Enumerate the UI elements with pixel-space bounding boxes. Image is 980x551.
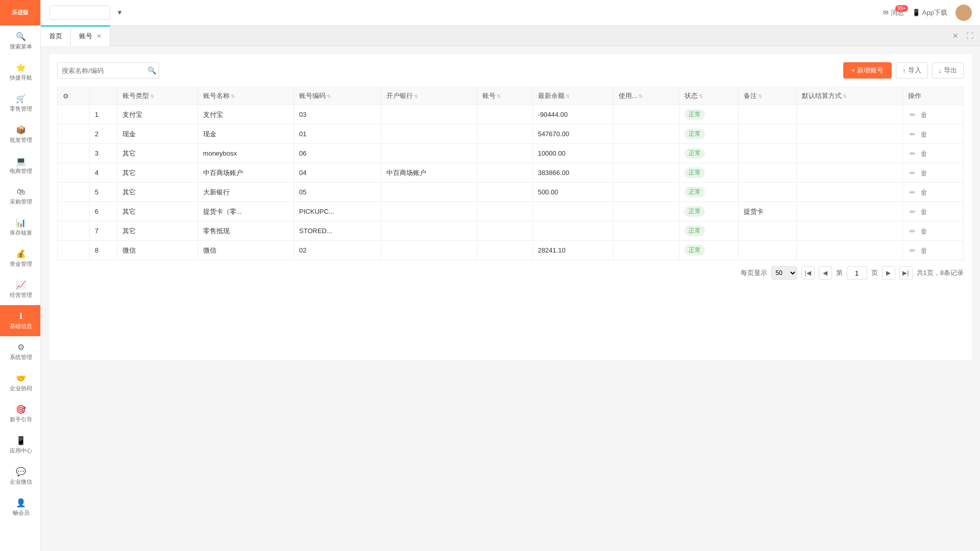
sidebar-item-search-menu[interactable]: 🔍搜索菜单 (0, 26, 40, 57)
app-download-label: App下载 (922, 8, 947, 17)
edit-icon-1[interactable]: ✏ (910, 130, 916, 138)
app-download-button[interactable]: 📱 App下载 (912, 8, 947, 17)
message-button[interactable]: ✉ 消息 99+ (883, 8, 904, 17)
edit-icon-3[interactable]: ✏ (910, 169, 916, 177)
sidebar-icon-fund-mgmt: 💰 (16, 249, 26, 259)
sidebar-item-newbie-guide[interactable]: 🎯新手引导 (0, 398, 40, 430)
row-type-2: 其它 (117, 144, 198, 163)
sidebar-label-corp-wechat: 企业微信 (10, 478, 32, 486)
delete-icon-3[interactable]: 🗑 (920, 169, 927, 177)
sidebar-label-purchase-mgmt: 采购管理 (10, 198, 32, 206)
sidebar-icon-sys-mgmt: ⚙ (17, 342, 24, 352)
delete-icon-0[interactable]: 🗑 (920, 111, 927, 119)
message-icon: ✉ (883, 9, 889, 16)
sidebar-item-member[interactable]: 👤畅会员 (0, 492, 40, 523)
tab-account-close[interactable]: ✕ (96, 33, 102, 40)
sidebar-item-fund-mgmt[interactable]: 💰资金管理 (0, 243, 40, 274)
delete-icon-6[interactable]: 🗑 (920, 227, 927, 235)
row-balance-7: 28241.10 (532, 241, 613, 260)
sort-settle-icon: ⇅ (843, 93, 847, 99)
row-num-1: 2 (89, 124, 117, 144)
sidebar-icon-corp-agreement: 🤝 (16, 373, 26, 383)
row-account-2 (477, 144, 533, 163)
sidebar-item-ecom-mgmt[interactable]: 💻电商管理 (0, 150, 40, 181)
row-code-1: 01 (294, 124, 381, 144)
delete-icon-2[interactable]: 🗑 (920, 149, 927, 158)
avatar[interactable] (955, 5, 972, 21)
top-search-input[interactable] (49, 6, 110, 20)
row-usage-6 (613, 221, 679, 241)
delete-icon-5[interactable]: 🗑 (920, 208, 927, 216)
sidebar-item-basic-info[interactable]: ℹ基础信息 (0, 305, 40, 336)
delete-icon-7[interactable]: 🗑 (920, 246, 927, 255)
tab-close-all-button[interactable]: ✕ (949, 30, 962, 42)
phone-icon: 📱 (912, 9, 920, 16)
delete-icon-1[interactable]: 🗑 (920, 130, 927, 138)
sidebar-label-search-menu: 搜索菜单 (10, 43, 32, 51)
th-status[interactable]: 状态⇅ (679, 87, 738, 105)
table-row: 8 微信 微信 02 28241.10 正常 ✏ 🗑 (58, 241, 964, 260)
sidebar-item-inventory-calc[interactable]: 📊库存核算 (0, 212, 40, 243)
row-type-0: 支付宝 (117, 105, 198, 124)
row-status-5: 正常 (679, 202, 738, 221)
sidebar-item-quick-nav[interactable]: ⭐快捷导航 (0, 57, 40, 88)
sort-balance-icon: ⇅ (566, 93, 570, 99)
add-account-button[interactable]: + 新增账号 (843, 62, 892, 79)
th-name[interactable]: 账号名称⇅ (198, 87, 293, 105)
next-page-button[interactable]: ▶ (882, 266, 895, 280)
prev-page-button[interactable]: ◀ (819, 266, 832, 280)
search-input[interactable] (62, 67, 148, 74)
export-button[interactable]: ↓ 导出 (932, 62, 964, 79)
first-page-button[interactable]: |◀ (801, 266, 815, 280)
sidebar-item-app-center[interactable]: 📱应用中心 (0, 430, 40, 461)
sidebar-item-retail-mgmt[interactable]: 🛒零售管理 (0, 88, 40, 119)
row-code-0: 03 (294, 105, 381, 124)
sidebar-item-purchase-mgmt[interactable]: 🛍采购管理 (0, 181, 40, 212)
delete-icon-4[interactable]: 🗑 (920, 188, 927, 196)
th-usage[interactable]: 使用...⇅ (613, 87, 679, 105)
edit-icon-6[interactable]: ✏ (910, 227, 916, 235)
row-default-settle-5 (797, 202, 903, 221)
th-code[interactable]: 账号编码⇅ (294, 87, 381, 105)
th-account[interactable]: 账号⇅ (477, 87, 533, 105)
th-remark[interactable]: 备注⇅ (738, 87, 796, 105)
th-default-settle[interactable]: 默认结算方式⇅ (797, 87, 903, 105)
row-settings-0 (58, 105, 90, 124)
edit-icon-7[interactable]: ✏ (910, 246, 916, 255)
row-default-settle-2 (797, 144, 903, 163)
tab-home[interactable]: 首页 (41, 26, 71, 46)
page-size-select[interactable]: 50 20 100 (771, 266, 797, 280)
th-type[interactable]: 账号类型⇅ (117, 87, 198, 105)
last-page-button[interactable]: ▶| (899, 266, 913, 280)
edit-icon-0[interactable]: ✏ (910, 111, 916, 119)
sidebar-item-corp-agreement[interactable]: 🤝企业协同 (0, 367, 40, 398)
row-usage-3 (613, 163, 679, 183)
sort-name-icon: ⇅ (231, 93, 235, 99)
th-settings[interactable]: ⚙ (58, 87, 90, 105)
row-type-4: 其它 (117, 183, 198, 202)
row-code-6: STORED... (294, 221, 381, 241)
sidebar-icon-quick-nav: ⭐ (16, 63, 26, 72)
th-balance[interactable]: 最新余额⇅ (532, 87, 613, 105)
tab-account[interactable]: 账号 ✕ (71, 26, 110, 46)
sort-remark-icon: ⇅ (758, 93, 762, 99)
sidebar-item-wholesale-mgmt[interactable]: 📦批发管理 (0, 119, 40, 150)
import-button[interactable]: ↑ 导入 (896, 62, 928, 79)
sidebar-label-fund-mgmt: 资金管理 (10, 260, 32, 268)
table-row: 3 其它 moneybosx 06 10000.00 正常 ✏ 🗑 (58, 144, 964, 163)
sidebar-item-sys-mgmt[interactable]: ⚙系统管理 (0, 336, 40, 367)
action-buttons: + 新增账号 ↑ 导入 ↓ 导出 (843, 62, 964, 79)
edit-icon-4[interactable]: ✏ (910, 188, 916, 196)
row-code-4: 05 (294, 183, 381, 202)
header-dropdown[interactable]: ▼ (116, 9, 123, 16)
row-usage-1 (613, 124, 679, 144)
tab-expand-button[interactable]: ⛶ (964, 30, 976, 42)
edit-icon-5[interactable]: ✏ (910, 208, 916, 216)
sidebar-item-biz-mgmt[interactable]: 📈经营管理 (0, 274, 40, 305)
page-number-input[interactable] (847, 266, 867, 280)
edit-icon-2[interactable]: ✏ (910, 149, 916, 158)
row-default-settle-1 (797, 124, 903, 144)
sidebar-item-corp-wechat[interactable]: 💬企业微信 (0, 461, 40, 492)
th-bank[interactable]: 开户银行⇅ (381, 87, 477, 105)
row-num-2: 3 (89, 144, 117, 163)
